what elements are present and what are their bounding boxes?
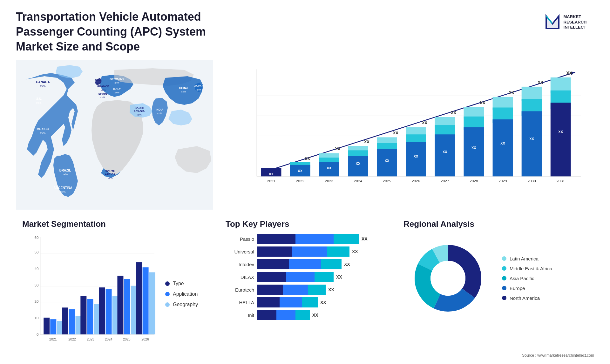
svg-point-152	[430, 261, 465, 296]
legend-item-application: Application	[165, 291, 207, 297]
legend-label-mea: Middle East & Africa	[510, 266, 552, 271]
player-xx-passio: XX	[362, 236, 368, 241]
svg-text:XX: XX	[558, 130, 563, 134]
svg-text:2026: 2026	[412, 179, 420, 183]
player-name-init: Init	[226, 313, 254, 318]
svg-text:xx%: xx%	[181, 90, 186, 93]
player-name-eurotech: Eurotech	[226, 287, 254, 293]
player-row-infodev: Infodev XX	[226, 259, 384, 269]
regional-legend: Latin America Middle East & Africa Asia …	[502, 256, 552, 301]
segmentation-chart-area: 0 10 20 30 40 50 60	[22, 234, 207, 354]
svg-text:XX: XX	[298, 169, 302, 173]
legend-item-type: Type	[165, 281, 207, 286]
logo-text: MARKET RESEARCH INTELLECT	[564, 14, 587, 30]
svg-text:10: 10	[34, 316, 38, 320]
svg-rect-144	[149, 273, 155, 334]
svg-text:XX: XX	[538, 80, 543, 85]
svg-text:SAUDI: SAUDI	[135, 106, 144, 110]
svg-text:U.K.: U.K.	[95, 78, 101, 81]
svg-rect-85	[464, 127, 484, 177]
player-xx-hella: XX	[320, 300, 326, 305]
player-xx-init: XX	[312, 313, 318, 318]
svg-text:xx%: xx%	[114, 91, 119, 94]
svg-rect-103	[551, 103, 571, 176]
svg-text:40: 40	[34, 266, 38, 271]
legend-dot-type	[165, 281, 170, 286]
svg-text:XX: XX	[335, 147, 341, 152]
map-section: CANADA xx% U.S. xx% MEXICO xx% BRAZIL xx…	[16, 60, 213, 210]
svg-text:2025: 2025	[383, 179, 391, 183]
svg-text:ITALY: ITALY	[113, 87, 121, 91]
player-name-dilax: DILAX	[226, 274, 254, 280]
donut-svg	[403, 234, 492, 323]
player-bar-dilax: XX	[257, 272, 384, 282]
svg-text:50: 50	[34, 250, 38, 254]
svg-rect-127	[69, 309, 75, 334]
svg-text:xx%: xx%	[101, 89, 105, 91]
svg-text:2031: 2031	[557, 179, 565, 183]
legend-item-geography: Geography	[165, 302, 207, 307]
player-xx-eurotech: XX	[328, 287, 334, 292]
page-title: Transportation Vehicle Automated Passeng…	[16, 10, 238, 54]
svg-text:2021: 2021	[267, 179, 275, 183]
svg-text:2022: 2022	[296, 179, 304, 183]
svg-text:XX: XX	[566, 71, 573, 76]
logo-icon	[545, 14, 560, 30]
svg-text:xx%: xx%	[40, 131, 45, 135]
legend-label-type: Type	[173, 281, 184, 286]
svg-text:ARGENTINA: ARGENTINA	[53, 186, 72, 190]
svg-rect-139	[124, 279, 130, 334]
logo-box: MARKET RESEARCH INTELLECT	[537, 10, 594, 35]
svg-text:xx%: xx%	[60, 190, 65, 193]
player-xx-dilax: XX	[336, 274, 342, 280]
legend-dot-north-america	[502, 296, 506, 300]
legend-label-north-america: North America	[510, 295, 540, 301]
svg-text:XX: XX	[327, 166, 331, 170]
svg-text:2029: 2029	[498, 179, 507, 183]
svg-text:INDIA: INDIA	[156, 108, 164, 111]
svg-text:XX: XX	[414, 155, 418, 158]
player-bar-hella: XX	[257, 297, 384, 307]
svg-text:FRANCE: FRANCE	[97, 85, 109, 88]
regional-section: Regional Analysis	[397, 216, 594, 353]
svg-rect-131	[87, 299, 93, 334]
svg-rect-91	[493, 119, 513, 176]
svg-text:2021: 2021	[49, 337, 57, 341]
seg-legend: Type Application Geography	[165, 281, 207, 307]
legend-dot-latin-america	[502, 256, 506, 261]
player-row-eurotech: Eurotech XX	[226, 285, 384, 295]
svg-text:CHINA: CHINA	[179, 86, 188, 90]
legend-dot-geography	[165, 302, 170, 307]
svg-text:GERMANY: GERMANY	[110, 78, 124, 81]
svg-text:0: 0	[37, 332, 38, 336]
player-name-hella: HELLA	[226, 300, 254, 305]
svg-text:2023: 2023	[325, 179, 334, 183]
player-bar-init: XX	[257, 310, 384, 320]
svg-text:XX: XX	[451, 111, 457, 115]
svg-text:2024: 2024	[105, 337, 112, 341]
svg-rect-134	[99, 287, 105, 334]
svg-rect-126	[62, 308, 68, 334]
svg-text:30: 30	[34, 283, 38, 287]
regional-content: Latin America Middle East & Africa Asia …	[403, 234, 588, 323]
svg-text:SPAIN: SPAIN	[98, 92, 107, 95]
svg-text:xx%: xx%	[40, 84, 45, 88]
legend-item-latin-america: Latin America	[502, 256, 552, 261]
legend-label-geography: Geography	[173, 302, 198, 307]
svg-text:xx%: xx%	[108, 177, 112, 179]
svg-text:xx%: xx%	[95, 82, 100, 85]
svg-text:XX: XX	[529, 137, 534, 141]
svg-text:SOUTH: SOUTH	[105, 170, 115, 173]
player-bar-universal: XX	[257, 246, 384, 257]
seg-chart-container: 0 10 20 30 40 50 60	[22, 234, 159, 354]
segmentation-section: Market Segmentation 0 10 20 30 40 50	[16, 216, 213, 353]
svg-text:2023: 2023	[87, 337, 94, 341]
legend-dot-europe	[502, 286, 506, 290]
svg-rect-130	[80, 296, 86, 334]
svg-text:U.S.: U.S.	[36, 97, 42, 101]
svg-rect-123	[50, 320, 56, 335]
svg-text:XX: XX	[356, 162, 361, 165]
donut-container	[403, 234, 492, 323]
players-list: Passio XX Universal	[226, 234, 384, 320]
svg-text:xx%: xx%	[196, 88, 201, 91]
